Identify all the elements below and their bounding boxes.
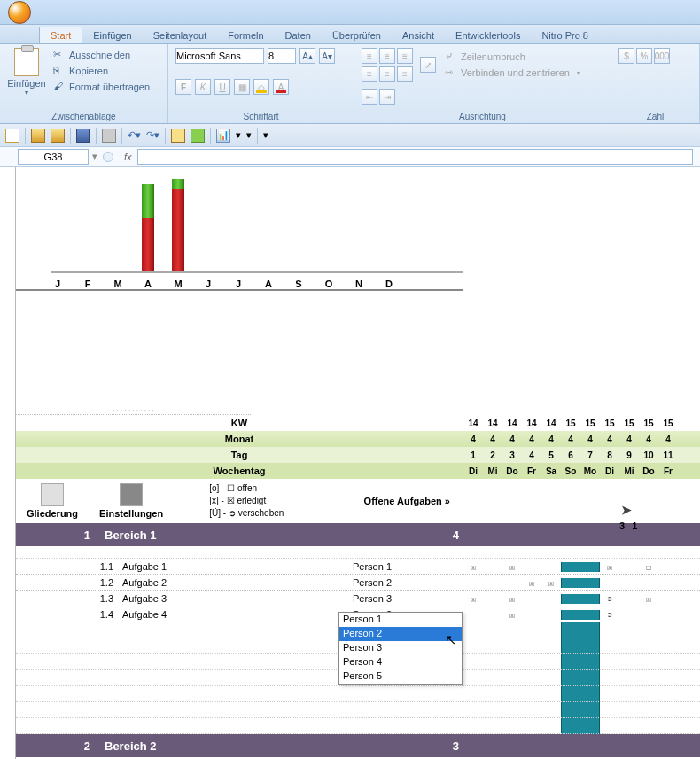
dropdown-1[interactable]: ▾ <box>236 129 241 141</box>
increase-font-button[interactable]: A▴ <box>299 48 315 64</box>
cut-button[interactable]: ✂Ausschneiden <box>51 48 152 62</box>
status-mark[interactable] <box>483 610 502 620</box>
tab-formeln[interactable]: Formeln <box>217 27 274 43</box>
align-top-right[interactable]: ≡ <box>397 48 413 64</box>
status-mark[interactable] <box>522 594 541 604</box>
status-mark[interactable] <box>463 610 483 620</box>
font-color-button[interactable]: A <box>273 79 289 95</box>
dropdown-option[interactable]: Person 5 <box>339 669 462 684</box>
italic-button[interactable]: K <box>195 79 211 95</box>
status-mark[interactable] <box>658 562 678 572</box>
align-top-left[interactable]: ≡ <box>362 48 377 64</box>
decrease-indent[interactable]: ⇤ <box>362 89 377 105</box>
outline-bar[interactable] <box>0 167 16 759</box>
task-row[interactable]: 1.1Aufgabe 1Person 1☒☒☒☐ <box>16 559 700 575</box>
tab-daten[interactable]: Daten <box>275 27 322 43</box>
tab-überprüfen[interactable]: Überprüfen <box>322 27 392 43</box>
status-mark[interactable] <box>619 610 639 620</box>
section-header[interactable]: 2Bereich 23 <box>16 734 700 757</box>
open-icon[interactable] <box>31 129 45 143</box>
copy-button[interactable]: ⎘Kopieren <box>51 64 152 78</box>
paste-button[interactable]: Einfügen ▾ <box>7 48 46 97</box>
status-mark[interactable] <box>619 594 639 604</box>
status-mark[interactable] <box>619 562 639 572</box>
tab-start[interactable]: Start <box>39 27 82 43</box>
status-mark[interactable] <box>463 578 483 588</box>
undo-icon[interactable]: ↶▾ <box>128 129 141 141</box>
einstellungen-button[interactable]: Einstellungen <box>99 483 163 519</box>
status-mark[interactable] <box>600 578 619 588</box>
status-mark[interactable]: ☒ <box>502 610 522 620</box>
font-name-select[interactable] <box>175 48 264 64</box>
status-mark[interactable]: ➲ <box>600 610 619 620</box>
cancel-icon[interactable] <box>103 152 113 162</box>
chart-icon[interactable]: 📊 <box>216 129 230 143</box>
status-mark[interactable] <box>541 594 561 604</box>
align-right[interactable]: ≡ <box>397 66 413 82</box>
percent-button[interactable]: % <box>636 48 652 64</box>
status-mark[interactable] <box>639 578 658 588</box>
dropdown-option[interactable]: Person 2 <box>339 627 462 641</box>
status-mark[interactable] <box>639 610 658 620</box>
status-mark[interactable]: ☐ <box>639 562 658 572</box>
status-mark[interactable] <box>483 594 502 604</box>
task-row[interactable]: 1.2Aufgabe 2Person 2☒☒ <box>16 575 700 591</box>
align-top-center[interactable]: ≡ <box>379 48 395 64</box>
person-dropdown-list[interactable]: Person 1Person 2Person 3Person 4Person 5 <box>338 612 463 685</box>
border-button[interactable]: ▦ <box>234 79 250 95</box>
bold-button[interactable]: F <box>175 79 191 95</box>
status-mark[interactable] <box>522 610 541 620</box>
status-mark[interactable] <box>619 578 639 588</box>
merge-center-button[interactable]: ⇿Verbinden und zentrieren▾ <box>443 66 582 80</box>
tab-ansicht[interactable]: Ansicht <box>392 27 445 43</box>
offene-aufgaben-link[interactable]: Offene Aufgaben » <box>364 496 450 506</box>
status-mark[interactable]: ☒ <box>600 562 619 572</box>
formula-bar[interactable] <box>137 149 693 165</box>
font-size-select[interactable] <box>268 48 296 64</box>
open-icon-2[interactable] <box>51 129 65 143</box>
gliederung-button[interactable]: Gliederung <box>27 483 78 519</box>
dropdown-3[interactable]: ▾ <box>263 129 268 141</box>
underline-button[interactable]: U <box>214 79 230 95</box>
task-person[interactable]: Person 2 <box>353 577 459 588</box>
status-mark[interactable]: ☒ <box>463 562 483 572</box>
tool-icon-1[interactable] <box>171 129 185 143</box>
print-icon[interactable] <box>102 129 116 143</box>
status-mark[interactable] <box>502 578 522 588</box>
fx-icon[interactable]: fx <box>124 152 132 162</box>
status-mark[interactable]: ➲ <box>600 594 619 604</box>
save-icon[interactable] <box>76 129 90 143</box>
status-mark[interactable] <box>522 562 541 572</box>
currency-button[interactable]: $ <box>618 48 634 64</box>
status-mark[interactable]: ☒ <box>463 594 483 604</box>
wrap-text-button[interactable]: ⤶Zeilenumbruch <box>443 50 582 64</box>
section-header[interactable]: 1Bereich 14 <box>16 523 700 546</box>
tool-icon-2[interactable] <box>191 129 205 143</box>
orientation-button[interactable]: ⤢ <box>420 57 436 73</box>
tab-einfügen[interactable]: Einfügen <box>82 27 142 43</box>
redo-icon[interactable]: ↷▾ <box>146 129 159 141</box>
align-left[interactable]: ≡ <box>362 66 377 82</box>
status-mark[interactable]: ☒ <box>541 578 561 588</box>
status-mark[interactable] <box>541 610 561 620</box>
name-box[interactable] <box>18 149 89 165</box>
tab-nitro-pro-8[interactable]: Nitro Pro 8 <box>531 27 599 43</box>
task-row[interactable]: 1.3Aufgabe 3Person 3☒☒➲☒ <box>16 591 700 606</box>
task-person[interactable]: Person 1 <box>353 561 459 572</box>
status-mark[interactable] <box>483 578 502 588</box>
status-mark[interactable] <box>541 562 561 572</box>
status-mark[interactable]: ☒ <box>502 594 522 604</box>
status-mark[interactable] <box>658 610 678 620</box>
office-button[interactable] <box>4 0 35 25</box>
status-mark[interactable]: ☒ <box>639 594 658 604</box>
new-icon[interactable] <box>5 129 19 143</box>
status-mark[interactable] <box>658 578 678 588</box>
fill-color-button[interactable]: ◇ <box>253 79 269 95</box>
status-mark[interactable] <box>658 594 678 604</box>
dropdown-2[interactable]: ▾ <box>246 129 252 141</box>
comma-button[interactable]: 000 <box>654 48 670 64</box>
dropdown-option[interactable]: Person 1 <box>339 613 462 627</box>
format-painter-button[interactable]: 🖌Format übertragen <box>51 80 152 94</box>
status-mark[interactable] <box>483 562 502 572</box>
dropdown-option[interactable]: Person 3 <box>339 641 462 655</box>
